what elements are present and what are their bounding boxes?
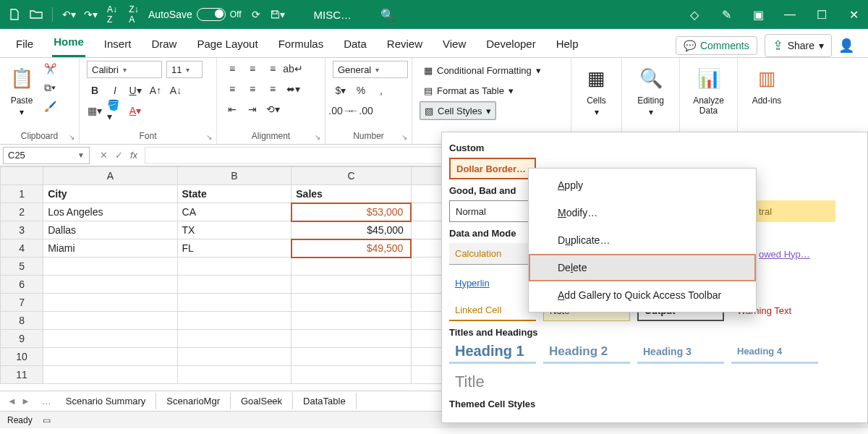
wrap-text-icon[interactable]: ab↵ (285, 61, 301, 77)
font-color-icon[interactable]: A▾ (127, 103, 143, 119)
ctx-duplicate[interactable]: Duplicate… (529, 226, 756, 254)
cell[interactable] (177, 312, 292, 330)
tab-view[interactable]: View (441, 32, 467, 57)
row-header[interactable]: 6 (1, 276, 43, 294)
ctx-add-gallery[interactable]: Add Gallery to Quick Access Toolbar (529, 281, 756, 309)
save-icon[interactable]: ▾ (271, 7, 285, 22)
cancel-formula-icon[interactable]: ✕ (100, 150, 108, 161)
row-header[interactable]: 7 (1, 294, 43, 312)
orientation-icon[interactable]: ⟲▾ (265, 101, 281, 117)
cell[interactable] (292, 348, 412, 366)
tab-help[interactable]: Help (555, 32, 580, 57)
cell[interactable]: Los Angeles (43, 203, 177, 221)
share-button[interactable]: ⇪Share ▾ (765, 34, 832, 57)
tab-data[interactable]: Data (342, 32, 368, 57)
merge-icon[interactable]: ⬌▾ (285, 81, 301, 97)
style-normal[interactable]: Normal (449, 200, 536, 222)
cell[interactable]: $53,000 (292, 203, 412, 221)
style-neutral[interactable]: tral (753, 200, 835, 222)
cell[interactable] (292, 366, 412, 384)
cell[interactable] (292, 294, 412, 312)
redo-icon[interactable]: ↷▾ (83, 7, 98, 22)
scroll-left-icon[interactable]: ◄ (7, 396, 17, 407)
align-bottom-icon[interactable]: ≡ (265, 61, 281, 77)
cell[interactable]: City (43, 185, 177, 203)
font-size-combo[interactable]: 11▾ (166, 61, 203, 78)
cell[interactable] (177, 258, 292, 276)
cell[interactable]: State (177, 185, 292, 203)
dialog-launcher-icon[interactable]: ↘ (401, 133, 407, 141)
comments-button[interactable]: 💬 Comments (676, 36, 757, 55)
scroll-right-icon[interactable]: ► (21, 396, 30, 407)
tab-home[interactable]: Home (52, 30, 85, 57)
tab-developer[interactable]: Developer (485, 32, 537, 57)
cell[interactable]: TX (177, 221, 292, 239)
cell[interactable]: Dallas (43, 221, 177, 239)
name-box[interactable]: C25▼ (3, 147, 90, 164)
row-header[interactable]: 11 (1, 366, 43, 384)
autosave-toggle[interactable]: AutoSave Off (148, 8, 242, 21)
style-linked-cell[interactable]: Linked Cell (449, 299, 536, 321)
col-header[interactable]: C (292, 167, 412, 185)
style-heading-4[interactable]: Heading 4 (731, 342, 818, 364)
search-icon[interactable]: 🔍 (380, 7, 395, 22)
cell[interactable] (292, 276, 412, 294)
increase-indent-icon[interactable]: ⇥ (244, 101, 260, 117)
cell[interactable] (43, 348, 177, 366)
diamond-icon[interactable]: ◇ (687, 7, 702, 22)
addins-button[interactable]: ▥Add-ins (745, 61, 788, 107)
style-heading-3[interactable]: Heading 3 (637, 342, 724, 364)
tab-page-layout[interactable]: Page Layout (195, 32, 259, 57)
close-icon[interactable]: ✕ (846, 7, 861, 22)
cell[interactable]: Sales (292, 185, 412, 203)
percent-icon[interactable]: % (353, 82, 369, 98)
ctx-modify[interactable]: Modify… (529, 199, 756, 226)
style-dollar-border[interactable]: Dollar Border… (449, 158, 536, 179)
more-sheets-icon[interactable]: … (38, 396, 56, 407)
cell[interactable] (43, 330, 177, 348)
increase-font-icon[interactable]: A↑ (148, 82, 163, 98)
cell[interactable] (43, 312, 177, 330)
row-header[interactable]: 8 (1, 312, 43, 330)
accessibility-icon[interactable]: ▭ (43, 415, 51, 425)
cut-icon[interactable]: ✂️ (42, 61, 58, 77)
format-painter-icon[interactable]: 🖌️ (42, 98, 58, 114)
conditional-formatting-button[interactable]: ▦Conditional Formatting ▾ (420, 61, 545, 80)
cell[interactable]: FL (177, 239, 292, 258)
cell[interactable] (177, 366, 292, 384)
row-header[interactable]: 3 (1, 221, 43, 239)
italic-button[interactable]: I (107, 82, 123, 98)
ctx-apply[interactable]: Apply (529, 171, 756, 199)
bold-button[interactable]: B (87, 82, 103, 98)
cell-styles-button[interactable]: ▧Cell Styles ▾ (420, 101, 496, 120)
cell[interactable] (43, 258, 177, 276)
font-name-combo[interactable]: Calibri▾ (87, 61, 162, 78)
editing-button[interactable]: 🔍Editing▾ (629, 61, 672, 119)
tab-formulas[interactable]: Formulas (277, 32, 326, 57)
dialog-launcher-icon[interactable]: ↘ (206, 133, 212, 141)
row-header[interactable]: 9 (1, 330, 43, 348)
window-icon[interactable]: ▣ (751, 7, 765, 22)
brush-icon[interactable]: ✎ (719, 7, 733, 22)
cell[interactable] (177, 276, 292, 294)
row-header[interactable]: 2 (1, 203, 43, 221)
style-calculation[interactable]: Calculation (449, 243, 536, 265)
cell[interactable]: $49,500 (292, 239, 412, 258)
ctx-delete[interactable]: Delete (529, 254, 756, 281)
align-left-icon[interactable]: ≡ (224, 81, 240, 97)
decrease-decimal-icon[interactable]: ←.00 (353, 103, 369, 119)
chevron-down-icon[interactable]: ▼ (77, 151, 85, 159)
number-format-combo[interactable]: General▾ (333, 61, 408, 78)
undo-icon[interactable]: ↶▾ (61, 7, 76, 22)
sort-asc-icon[interactable]: A↓Z (105, 7, 119, 22)
cell[interactable]: CA (177, 203, 292, 221)
sheet-tab[interactable]: Scenario Summary (56, 393, 157, 409)
analyze-data-button[interactable]: 📊Analyze Data (687, 61, 730, 117)
align-center-icon[interactable]: ≡ (244, 81, 260, 97)
decrease-indent-icon[interactable]: ⇤ (224, 101, 240, 117)
cell[interactable] (177, 294, 292, 312)
open-folder-icon[interactable] (29, 7, 43, 22)
style-title[interactable]: Title (449, 371, 536, 393)
style-hyperlink[interactable]: Hyperlin (449, 272, 507, 294)
format-as-table-button[interactable]: ▤Format as Table ▾ (420, 81, 518, 100)
